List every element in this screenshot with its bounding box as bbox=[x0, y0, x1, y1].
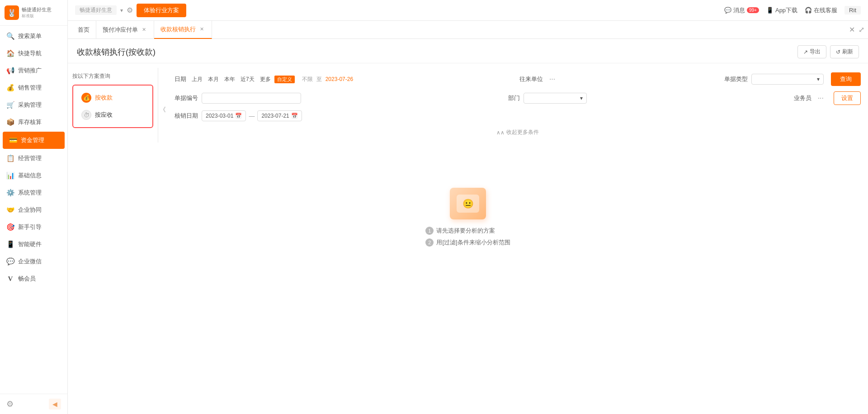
collapse-sidebar-icon[interactable]: ◀ bbox=[49, 399, 61, 409]
online-service-button[interactable]: 🎧 在线客服 bbox=[805, 6, 837, 14]
filter-row-2: 单据编号 部门 ▾ 业务员 bbox=[175, 91, 861, 105]
filter-collapse-button[interactable]: 《 bbox=[158, 77, 167, 143]
sidebar-label-member: 畅会员 bbox=[18, 275, 36, 283]
page-title: 收款核销执行(按收款) bbox=[77, 47, 156, 57]
tab-collection-close-icon[interactable]: ✕ bbox=[198, 26, 205, 33]
user-name[interactable]: Rit bbox=[844, 6, 861, 14]
sidebar-item-inventory[interactable]: 📦 库存核算 bbox=[0, 114, 67, 131]
app-download-button[interactable]: 📱 App下载 bbox=[766, 6, 797, 14]
sidebar-item-purchase[interactable]: 🛒 采购管理 bbox=[0, 96, 67, 114]
shortcut-last-month[interactable]: 上月 bbox=[190, 75, 204, 84]
sidebar-item-wechat[interactable]: 💬 企业微信 bbox=[0, 253, 67, 270]
setting-button[interactable]: 设置 bbox=[834, 91, 861, 105]
dept-select[interactable]: ▾ bbox=[524, 93, 587, 104]
dept-filter-item: 部门 ▾ bbox=[508, 93, 587, 104]
collapse-more-button[interactable]: ∧∧ 收起更多条件 bbox=[175, 127, 861, 138]
app-download-label: App下载 bbox=[775, 6, 797, 14]
industry-solution-button[interactable]: 体验行业方案 bbox=[137, 4, 186, 17]
shortcut-7days[interactable]: 近7天 bbox=[239, 75, 256, 84]
tab-prepay[interactable]: 预付冲应付单 ✕ bbox=[96, 21, 154, 39]
sidebar-item-collab[interactable]: 🤝 企业协同 bbox=[0, 201, 67, 219]
logo-brand: 畅捷通好生意 bbox=[22, 6, 52, 13]
verify-date-end-input[interactable]: 2023-07-21 📅 bbox=[257, 110, 302, 121]
sidebar-menu: 🔍 搜索菜单 🏠 快捷导航 📢 营销推广 💰 销售管理 🛒 采购管理 📦 库存核… bbox=[0, 26, 67, 394]
filter-area: 按以下方案查询 💰 按收款 ⏱ 按应收 《 bbox=[68, 63, 868, 147]
salesman-label: 业务员 bbox=[794, 94, 811, 102]
sidebar-item-finance[interactable]: 💳 资金管理 bbox=[3, 132, 65, 149]
marketing-icon: 📢 bbox=[6, 67, 14, 75]
empty-face-element: 😐 bbox=[457, 195, 479, 213]
verify-date-start-input[interactable]: 2023-03-01 📅 bbox=[202, 110, 246, 121]
refresh-label: 刷新 bbox=[842, 48, 853, 56]
empty-image: 😐 bbox=[441, 174, 495, 219]
salesman-select-dots[interactable]: ··· bbox=[815, 93, 826, 103]
empty-tip-2: 2 用[过滤]条件来缩小分析范围 bbox=[425, 238, 510, 247]
tab-maximize-button[interactable]: ⤢ bbox=[859, 25, 864, 34]
shortcut-more[interactable]: 更多 bbox=[258, 75, 273, 84]
header-gear-icon[interactable]: ⚙ bbox=[127, 6, 133, 14]
sidebar-item-smart-hw[interactable]: 📱 智能硬件 bbox=[0, 236, 67, 253]
basic-info-icon: 📊 bbox=[6, 171, 14, 180]
message-badge: 99+ bbox=[747, 7, 759, 13]
message-button[interactable]: 💬 消息 99+ bbox=[724, 6, 759, 14]
doc-no-input[interactable] bbox=[202, 93, 301, 104]
tab-home[interactable]: 首页 bbox=[71, 21, 96, 39]
tip-1-text: 请先选择要分析的方案 bbox=[436, 227, 495, 235]
shortcut-this-year[interactable]: 本年 bbox=[222, 75, 237, 84]
settings-gear-icon[interactable]: ⚙ bbox=[6, 399, 14, 409]
page-inner: 收款核销执行(按收款) ↗ 导出 ↺ 刷新 按以下方案查询 bbox=[68, 39, 868, 414]
doc-type-chevron-icon: ▾ bbox=[817, 76, 820, 82]
filter-sidebar: 按以下方案查询 💰 按收款 ⏱ 按应收 bbox=[68, 68, 158, 143]
sidebar-item-system[interactable]: ⚙️ 系统管理 bbox=[0, 184, 67, 201]
tab-close-window-button[interactable]: ✕ bbox=[849, 25, 855, 34]
verify-date-start-value: 2023-03-01 bbox=[206, 113, 233, 119]
sidebar-item-marketing[interactable]: 📢 营销推广 bbox=[0, 62, 67, 79]
empty-tips: 1 请先选择要分析的方案 2 用[过滤]条件来缩小分析范围 bbox=[425, 227, 510, 247]
header-brand-name: 畅捷通好生意 bbox=[75, 5, 117, 15]
query-button[interactable]: 查询 bbox=[831, 72, 861, 86]
sidebar-label-sales: 销售管理 bbox=[18, 84, 42, 92]
sidebar-label-operations: 经营管理 bbox=[18, 154, 42, 162]
refresh-icon: ↺ bbox=[836, 49, 840, 55]
doc-type-label: 单据类型 bbox=[724, 75, 748, 83]
member-icon: V bbox=[6, 275, 14, 283]
logo-area: 🐰 畅捷通好生意 标准版 bbox=[0, 0, 67, 26]
date-filter-item: 日期 上月 本月 本年 近7天 更多 自定义 bbox=[175, 75, 295, 84]
sidebar-item-member[interactable]: V 畅会员 bbox=[0, 270, 67, 287]
sidebar-item-search[interactable]: 🔍 搜索菜单 bbox=[0, 28, 67, 45]
export-button[interactable]: ↗ 导出 bbox=[797, 45, 826, 58]
doc-type-select[interactable]: ▾ bbox=[751, 74, 824, 85]
message-label: 消息 bbox=[733, 6, 745, 14]
filter-option-receipt-label: 按收款 bbox=[95, 94, 113, 102]
filter-option-by-receivable[interactable]: ⏱ 按应收 bbox=[77, 106, 149, 124]
sidebar-item-guide[interactable]: 🎯 新手引导 bbox=[0, 219, 67, 236]
sidebar-item-sales[interactable]: 💰 销售管理 bbox=[0, 79, 67, 96]
service-icon: 🎧 bbox=[805, 7, 812, 14]
date-value-label: 2023-07-26 bbox=[326, 76, 353, 82]
verify-date-start-calendar-icon[interactable]: 📅 bbox=[235, 113, 242, 119]
refresh-button[interactable]: ↺ 刷新 bbox=[830, 45, 859, 58]
filter-form: 日期 上月 本月 本年 近7天 更多 自定义 不限 bbox=[167, 68, 868, 143]
smart-hw-icon: 📱 bbox=[6, 240, 14, 248]
tab-collection[interactable]: 收款核销执行 ✕ bbox=[154, 21, 212, 39]
verify-date-end-calendar-icon[interactable]: 📅 bbox=[291, 113, 298, 119]
date-to-label: 至 bbox=[316, 76, 322, 83]
tab-prepay-close-icon[interactable]: ✕ bbox=[141, 26, 147, 33]
tip-1-number: 1 bbox=[425, 227, 434, 235]
dept-chevron-icon: ▾ bbox=[580, 95, 583, 101]
filter-row-1: 日期 上月 本月 本年 近7天 更多 自定义 不限 bbox=[175, 72, 861, 86]
date-shortcuts: 上月 本月 本年 近7天 更多 自定义 bbox=[190, 75, 295, 84]
sidebar-item-quick-nav[interactable]: 🏠 快捷导航 bbox=[0, 45, 67, 62]
filter-option-by-receipt[interactable]: 💰 按收款 bbox=[77, 89, 149, 106]
sidebar-item-operations[interactable]: 📋 经营管理 bbox=[0, 150, 67, 167]
shortcut-this-month[interactable]: 本月 bbox=[206, 75, 221, 84]
header-left: 畅捷通好生意 ▾ ⚙ 体验行业方案 bbox=[75, 4, 186, 17]
logo-badge: 标准版 bbox=[22, 13, 52, 19]
tab-collection-label: 收款核销执行 bbox=[160, 25, 196, 33]
sidebar: 🐰 畅捷通好生意 标准版 🔍 搜索菜单 🏠 快捷导航 📢 营销推广 💰 销售管理… bbox=[0, 0, 68, 414]
operations-icon: 📋 bbox=[6, 154, 14, 162]
partner-select-dots[interactable]: ··· bbox=[547, 74, 558, 84]
sidebar-label-smart-hw: 智能硬件 bbox=[18, 240, 42, 248]
sidebar-label-quick-nav: 快捷导航 bbox=[18, 49, 42, 57]
sidebar-item-basic-info[interactable]: 📊 基础信息 bbox=[0, 167, 67, 184]
